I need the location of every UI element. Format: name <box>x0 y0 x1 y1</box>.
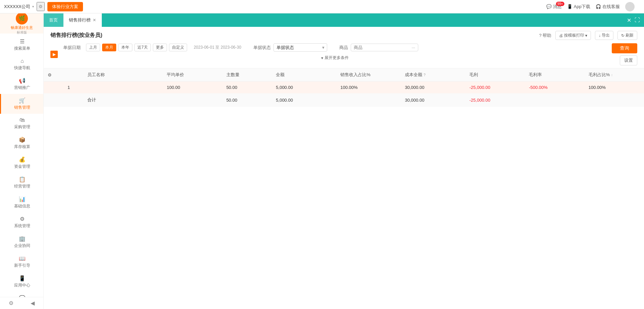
main-layout: 🌿 畅康通好生意 标准版 ☰ 搜索菜单 ⌂ 快捷导航 📢 营销推广 🛒 销售管理 <box>0 13 644 309</box>
query-button[interactable]: 查询 <box>612 43 637 53</box>
sidebar-item-inventory[interactable]: 📦 库存核算 <box>0 133 43 153</box>
table-wrapper: ⚙ 员工名称 平均单价 主数量 全额 销售收入占比% 成本全额 ? 毛利 毛利率… <box>44 68 644 309</box>
date-btn-7days[interactable]: 近7天 <box>134 44 151 51</box>
expand-more-btn[interactable]: ▾ 展开更多条件 <box>321 55 349 61</box>
sidebar-item-search[interactable]: ☰ 搜索菜单 <box>0 35 43 55</box>
sidebar-item-marketing[interactable]: 📢 营销推广 <box>0 74 43 94</box>
goods-input[interactable] <box>354 45 410 50</box>
date-btn-custom[interactable]: 自定义 <box>169 44 187 51</box>
help-icon: ? <box>539 33 542 38</box>
settings-icon[interactable]: ⚙ <box>37 2 45 11</box>
tab-close-icon[interactable]: ✕ <box>93 18 96 22</box>
footer-label: 合计 <box>83 94 163 107</box>
footer-gross-pct <box>585 94 644 107</box>
goods-input-wrap: ··· <box>351 44 418 51</box>
status-select[interactable]: 单据状态 <box>273 43 327 52</box>
sidebar-item-operations[interactable]: 📋 经营管理 <box>0 173 43 193</box>
refresh-icon: ↻ <box>621 33 625 38</box>
sidebar-collapse-icon[interactable]: ◀ <box>31 300 35 306</box>
system-icon: ⚙ <box>20 216 25 222</box>
logo-text: 畅康通好生意 <box>11 25 33 30</box>
expand-more-label: 展开更多条件 <box>325 55 349 61</box>
cell-settings <box>44 82 63 94</box>
tab-home[interactable]: 首页 <box>44 13 63 27</box>
refresh-button[interactable]: ↻ 刷新 <box>617 31 637 40</box>
sidebar-label-sales: 销售管理 <box>14 105 30 110</box>
company-selector[interactable]: XXXXXX公司 ▾ <box>4 4 34 10</box>
th-sales-pct: 销售收入占比% <box>336 68 401 82</box>
goods-filter-label: 商品 <box>339 45 348 51</box>
th-avg-price: 平均单价 <box>163 68 222 82</box>
tab-sales-rank[interactable]: 销售排行榜 ✕ <box>63 13 102 27</box>
th-settings[interactable]: ⚙ <box>44 68 63 82</box>
trial-button[interactable]: 体验行业方案 <box>47 2 83 11</box>
purchase-icon: 🛍 <box>19 117 25 123</box>
sort-icon[interactable]: ↕ <box>611 73 613 77</box>
sidebar-item-wechat[interactable]: 💬 企业微信 <box>0 292 43 297</box>
date-btn-this-year[interactable]: 本年 <box>118 44 132 51</box>
filter-expand-arrow[interactable]: ▶ <box>50 51 58 58</box>
table-row: 1 100.00 50.00 5,000.00 100.00% 30,000.0… <box>44 82 644 94</box>
tab-close-all-icon[interactable]: ✕ <box>627 17 631 23</box>
logo-area: 🌿 畅康通好生意 标准版 <box>0 13 43 34</box>
th-main-qty: 主数量 <box>222 68 272 82</box>
sidebar-label-system: 系统管理 <box>14 223 30 229</box>
date-btn-this-month[interactable]: 本月 <box>102 44 116 51</box>
footer-cost-total: 30,000.00 <box>401 94 465 107</box>
sidebar-item-basic[interactable]: 📊 基础信息 <box>0 193 43 212</box>
home-icon: ⌂ <box>20 58 24 64</box>
message-area[interactable]: 💬 消息 99+ <box>546 4 562 10</box>
help-link[interactable]: ? 帮助 <box>539 33 551 39</box>
page-content: 销售排行榜(按业务员) ? 帮助 🖨 按模板打印 ▾ ↓ <box>44 27 644 309</box>
th-gross: 毛利 <box>465 68 525 82</box>
online-service[interactable]: 🎧 在线客服 <box>596 4 620 10</box>
printer-icon: 🖨 <box>559 33 563 38</box>
sidebar-item-system[interactable]: ⚙ 系统管理 <box>0 212 43 232</box>
avatar[interactable] <box>625 2 635 11</box>
table-header: ⚙ 员工名称 平均单价 主数量 全额 销售收入占比% 成本全额 ? 毛利 毛利率… <box>44 68 644 82</box>
settings-button[interactable]: 设置 <box>620 55 637 65</box>
sidebar-item-apps[interactable]: 📱 应用中心 <box>0 272 43 292</box>
template-print-button[interactable]: 🖨 按模板打印 ▾ <box>555 31 591 40</box>
cell-gross: -25,000.00 <box>465 82 525 94</box>
date-btn-more[interactable]: 更多 <box>153 44 167 51</box>
company-name: XXXXXX公司 <box>4 4 30 10</box>
logo-icon: 🌿 <box>16 13 28 24</box>
date-btn-last-month[interactable]: 上月 <box>86 44 100 51</box>
message-badge: 99+ <box>556 2 564 6</box>
ellipsis-icon[interactable]: ··· <box>412 45 415 50</box>
message-icon: 💬 <box>546 4 552 9</box>
th-total: 全额 <box>272 68 336 82</box>
tab-home-label: 首页 <box>49 17 58 23</box>
cell-cost-total: 30,000.00 <box>401 82 465 94</box>
sidebar-item-finance[interactable]: 💰 资金管理 <box>0 153 43 173</box>
sidebar-label-purchase: 采购管理 <box>14 124 30 130</box>
cell-gross-pct: 100.00% <box>585 82 644 94</box>
app-download[interactable]: 📱 App下载 <box>567 4 590 10</box>
th-gross-rate: 毛利率 <box>525 68 584 82</box>
sidebar-item-sales[interactable]: 🛒 销售管理 <box>0 94 43 114</box>
sidebar-nav: ☰ 搜索菜单 ⌂ 快捷导航 📢 营销推广 🛒 销售管理 🛍 采购管理 📦 库 <box>0 34 43 297</box>
sidebar-item-purchase[interactable]: 🛍 采购管理 <box>0 114 43 133</box>
top-right-area: 💬 消息 99+ 📱 App下载 🎧 在线客服 <box>546 2 640 11</box>
sidebar-item-guide[interactable]: 📖 新手引导 <box>0 252 43 272</box>
table-body: 1 100.00 50.00 5,000.00 100.00% 30,000.0… <box>44 82 644 94</box>
app-download-label: App下载 <box>574 4 590 10</box>
sidebar-item-enterprise[interactable]: 🏢 企业协同 <box>0 232 43 252</box>
export-button[interactable]: ↓ 导出 <box>595 31 613 40</box>
filter-main-row: ▶ 单据日期 上月 本月 本年 近7天 更多 自定义 <box>50 43 637 65</box>
sidebar-settings-icon[interactable]: ⚙ <box>9 300 13 306</box>
chevron-down-icon: ▾ <box>32 5 34 8</box>
chevron-down-icon: ▾ <box>321 56 323 60</box>
sidebar-item-quick-nav[interactable]: ⌂ 快捷导航 <box>0 55 43 74</box>
export-icon: ↓ <box>599 33 601 38</box>
data-table: ⚙ 员工名称 平均单价 主数量 全额 销售收入占比% 成本全额 ? 毛利 毛利率… <box>44 68 644 107</box>
more-conditions-row: ▾ 展开更多条件 <box>63 54 606 62</box>
page-header: 销售排行榜(按业务员) ? 帮助 🖨 按模板打印 ▾ ↓ <box>44 27 644 68</box>
online-service-label: 在线客服 <box>602 4 620 10</box>
status-filter-label: 单据状态 <box>253 45 271 51</box>
cost-total-help-icon[interactable]: ? <box>424 73 426 77</box>
tab-fullscreen-icon[interactable]: ⛶ <box>635 17 640 23</box>
basic-icon: 📊 <box>19 196 26 202</box>
refresh-label: 刷新 <box>626 33 634 38</box>
